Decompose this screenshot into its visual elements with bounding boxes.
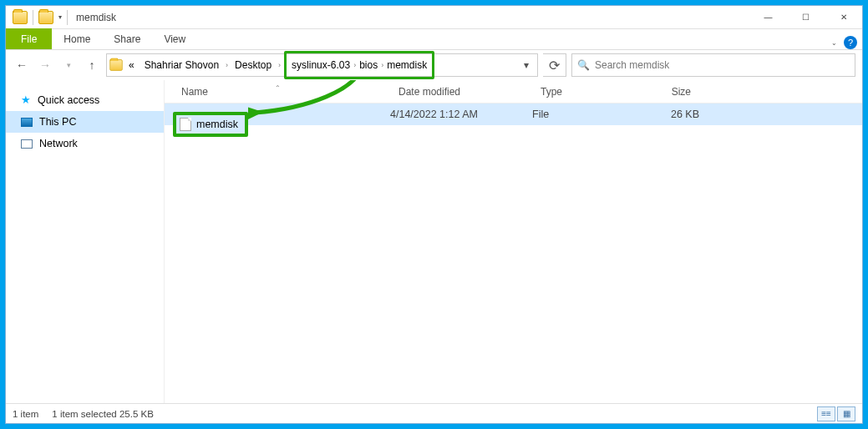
file-name: memdisk (196, 119, 238, 130)
sidebar-item-label: Network (39, 138, 78, 149)
address-dropdown[interactable]: ▾ (517, 59, 536, 71)
column-type[interactable]: Type (532, 86, 616, 98)
monitor-icon (21, 118, 33, 127)
recent-locations-button[interactable]: ▾ (59, 56, 78, 74)
separator (33, 10, 33, 25)
annotation-highlight-path: syslinux-6.03 › bios › memdisk (284, 51, 434, 79)
search-icon: 🔍 (577, 59, 590, 71)
annotation-highlight-file: memdisk (173, 112, 248, 137)
file-size: 26 KB (616, 109, 699, 120)
tab-view[interactable]: View (152, 29, 197, 49)
title-bar: ▾ memdisk — ☐ ✕ (6, 6, 862, 29)
minimize-button[interactable]: — (749, 6, 787, 29)
back-button[interactable]: ← (13, 56, 31, 74)
chevron-right-icon: › (226, 61, 228, 69)
quick-access-toolbar: ▾ (6, 10, 68, 25)
file-type: File (532, 109, 616, 120)
chevron-right-icon: › (278, 61, 281, 69)
status-item-count: 1 item (13, 409, 38, 419)
breadcrumb-item[interactable]: Desktop (230, 55, 277, 75)
folder-icon (109, 59, 122, 71)
search-box[interactable]: 🔍 Search memdisk (571, 53, 855, 77)
navigation-row: ← → ▾ ↑ « Shahriar Shovon › Desktop › sy… (6, 50, 862, 80)
address-bar[interactable]: « Shahriar Shovon › Desktop › syslinux-6… (106, 53, 538, 77)
ribbon-tabs: File Home Share View ⌄ ? (6, 29, 862, 50)
sidebar-item-label: This PC (39, 116, 76, 128)
column-headers: ⌃ Name Date modified Type Size (165, 80, 862, 103)
status-bar: 1 item 1 item selected 25.5 KB ≡≡ ▦ (6, 403, 862, 423)
breadcrumb-item[interactable]: Shahriar Shovon (140, 55, 224, 75)
window-title: memdisk (76, 12, 116, 23)
explorer-window: ▾ memdisk — ☐ ✕ File Home Share View ⌄ ?… (5, 5, 863, 424)
tab-home[interactable]: Home (52, 29, 102, 49)
chevron-right-icon: › (353, 61, 356, 69)
forward-button[interactable]: → (36, 56, 54, 74)
navigation-pane: ★ Quick access This PC Network (6, 80, 165, 403)
sidebar-item-this-pc[interactable]: This PC (6, 111, 164, 133)
window-controls: — ☐ ✕ (749, 6, 862, 29)
column-date[interactable]: Date modified (390, 86, 532, 98)
thumbnails-view-button[interactable]: ▦ (837, 406, 855, 421)
close-button[interactable]: ✕ (825, 6, 862, 29)
file-list-pane: ⌃ Name Date modified Type Size memdisk 4… (165, 80, 862, 403)
status-selection-size: 25.5 KB (119, 409, 154, 419)
view-switcher: ≡≡ ▦ (817, 406, 855, 421)
details-view-button[interactable]: ≡≡ (817, 406, 835, 421)
network-icon (21, 139, 33, 149)
sidebar-item-quick-access[interactable]: ★ Quick access (6, 88, 164, 111)
breadcrumb-item[interactable]: memdisk (385, 55, 429, 75)
file-date: 4/14/2022 1:12 AM (390, 109, 532, 120)
folder-icon (13, 11, 28, 24)
refresh-button[interactable]: ⟳ (543, 53, 566, 77)
qat-chevron-icon[interactable]: ▾ (58, 13, 62, 21)
search-placeholder: Search memdisk (595, 59, 669, 71)
status-selection-count: 1 item selected (52, 409, 116, 419)
sidebar-item-network[interactable]: Network (6, 133, 164, 154)
breadcrumb-overflow[interactable]: « (124, 55, 140, 75)
content-area: ★ Quick access This PC Network ⌃ Name Da… (6, 80, 862, 403)
star-icon: ★ (21, 93, 31, 106)
up-button[interactable]: ↑ (83, 56, 101, 74)
ribbon-expand-icon[interactable]: ⌄ (831, 39, 837, 47)
breadcrumb-item[interactable]: bios (358, 55, 379, 75)
file-tab[interactable]: File (6, 28, 52, 49)
file-icon (180, 118, 191, 131)
tab-share[interactable]: Share (102, 29, 152, 49)
file-row[interactable]: memdisk 4/14/2022 1:12 AM File 26 KB (165, 103, 862, 125)
help-button[interactable]: ? (844, 36, 857, 49)
folder-open-icon[interactable] (38, 11, 53, 24)
sidebar-item-label: Quick access (38, 94, 99, 106)
chevron-right-icon: › (381, 61, 383, 69)
maximize-button[interactable]: ☐ (787, 6, 825, 29)
sort-ascending-icon: ⌃ (275, 84, 281, 92)
column-name[interactable]: ⌃ Name (165, 86, 390, 98)
separator (67, 10, 68, 25)
breadcrumb-item[interactable]: syslinux-6.03 (290, 55, 352, 75)
column-size[interactable]: Size (616, 86, 699, 98)
